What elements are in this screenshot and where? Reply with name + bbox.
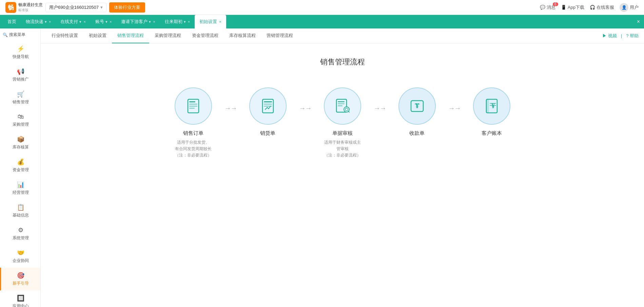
order-icon (184, 97, 202, 115)
step-circle-delivery[interactable] (249, 87, 287, 125)
service-icon: 🎧 (590, 5, 595, 10)
flow-step-delivery: 销货单 (241, 87, 295, 139)
arrow-4: →→ (444, 87, 465, 112)
close-icon[interactable]: × (49, 20, 51, 24)
svg-rect-2 (189, 104, 197, 105)
sidebar-item-purchase[interactable]: 🛍 采购管理 (0, 109, 40, 131)
delivery-icon (259, 97, 277, 115)
svg-text:¥: ¥ (415, 102, 419, 109)
sales-icon: 🛒 (17, 90, 24, 98)
main-layout: 🔍 搜索菜单 ⚡ 快捷导航 📢 营销推广 🛒 销售管理 🛍 采购管理 📦 库存核… (0, 28, 644, 307)
sub-tab-sales-flow[interactable]: 销售管理流程 (112, 28, 149, 43)
sub-tab-industry[interactable]: 行业特性设置 (46, 28, 83, 43)
user-avatar-button[interactable]: 👤 用户 (620, 3, 639, 12)
sub-tabs: 行业特性设置 初始设置 销售管理流程 采购管理流程 资金管理流程 库存核算流程 … (41, 28, 644, 43)
svg-rect-4 (189, 108, 195, 109)
sidebar-item-app-center[interactable]: 🔲 应用中心 (0, 290, 40, 307)
close-icon[interactable]: × (110, 20, 112, 24)
app-download-button[interactable]: 📱 App下载 (561, 4, 584, 11)
svg-text:¥: ¥ (491, 103, 494, 109)
chevron-down-icon: ▾ (105, 20, 108, 24)
nav-tab-home[interactable]: 首页 (3, 15, 21, 28)
step-circle-order[interactable] (175, 87, 212, 125)
nav-tab-account[interactable]: 账号 ▾ × (91, 15, 116, 28)
sub-tab-purchase-flow[interactable]: 采购管理流程 (149, 28, 187, 43)
logo-area: 畅 畅康通好生意 标准版 (5, 2, 43, 13)
svg-rect-6 (264, 101, 272, 102)
sidebar-item-enterprise[interactable]: 🤝 企业协同 (0, 245, 40, 268)
nav-tabs: 首页 物流快递 ▾ × 在线支付 ▾ × 账号 ▾ × 邀请下游客户 ▾ × 往… (0, 15, 644, 28)
header-left: 畅 畅康通好生意 标准版 用户690企业1660120507 ▾ 体验行业方案 (5, 2, 145, 13)
help-icon: ? (626, 33, 628, 38)
message-icon: 💬 (540, 5, 545, 10)
operations-icon: 📊 (17, 181, 24, 188)
flow-step-review: 单据审核 适用于财务审核或主管审核（注：非必要流程） (315, 87, 370, 159)
flow-step-payment: ¥ 收款单 (390, 87, 444, 139)
chevron-down-icon: ▾ (79, 20, 81, 24)
process-content: 销售管理流程 销售订单 适用于分批发货、有合同发货周期较长（ (41, 43, 644, 307)
quick-nav-icon: ⚡ (17, 45, 24, 53)
purchase-icon: 🛍 (18, 113, 24, 120)
step-desc-review: 适用于财务审核或主管审核（注：非必要流程） (324, 139, 361, 159)
content-area: 行业特性设置 初始设置 销售管理流程 采购管理流程 资金管理流程 库存核算流程 … (41, 28, 644, 307)
svg-line-15 (348, 111, 349, 112)
process-title: 销售管理流程 (320, 57, 365, 67)
arrow-2: →→ (295, 87, 315, 112)
nav-tab-logistics[interactable]: 物流快递 ▾ × (21, 15, 56, 28)
step-circle-ledger[interactable]: ¥ (473, 87, 510, 125)
close-icon[interactable]: × (219, 20, 221, 24)
top-header: 畅 畅康通好生意 标准版 用户690企业1660120507 ▾ 体验行业方案 … (0, 0, 644, 15)
sidebar-item-operations[interactable]: 📊 经营管理 (0, 177, 40, 200)
video-link[interactable]: ▶ 视频 (602, 33, 617, 39)
sidebar-item-system[interactable]: ⚙ 系统管理 (0, 222, 40, 245)
sidebar-item-sales[interactable]: 🛒 销售管理 (0, 86, 40, 109)
nav-tab-payment[interactable]: 在线支付 ▾ × (56, 15, 90, 28)
sidebar-item-base-info[interactable]: 📋 基础信息 (0, 200, 40, 222)
svg-rect-1 (189, 101, 195, 102)
nav-tab-initial-setup[interactable]: 初始设置 × (195, 15, 226, 28)
sidebar-item-inventory[interactable]: 📦 库存核算 (0, 131, 40, 154)
logo-text: 畅康通好生意 标准版 (18, 2, 43, 12)
close-icon[interactable]: × (83, 20, 85, 24)
step-desc-order: 适用于分批发货、有合同发货周期较长（注：非必要流程） (175, 139, 212, 159)
user-selector[interactable]: 用户690企业1660120507 ▾ (45, 3, 106, 12)
marketing-icon: 📢 (17, 68, 24, 75)
app-icon: 📱 (561, 5, 566, 10)
step-circle-payment[interactable]: ¥ (398, 87, 436, 125)
sidebar-item-marketing[interactable]: 📢 营销推广 (0, 64, 40, 86)
finance-icon: 💰 (17, 158, 24, 166)
help-link[interactable]: ? 帮助 (626, 33, 639, 39)
close-icon[interactable]: × (153, 20, 155, 24)
flow-step-ledger: ¥ 客户账本 (465, 87, 519, 139)
sub-tab-inventory-flow[interactable]: 库存核算流程 (224, 28, 261, 43)
sub-tab-right: ▶ 视频 | ? 帮助 (602, 33, 639, 39)
online-service-button[interactable]: 🎧 在线客服 (590, 4, 614, 11)
trial-button[interactable]: 体验行业方案 (109, 2, 145, 13)
nav-close-button[interactable]: × (637, 19, 640, 25)
sidebar: 🔍 搜索菜单 ⚡ 快捷导航 📢 营销推广 🛒 销售管理 🛍 采购管理 📦 库存核… (0, 28, 41, 307)
chevron-down-icon: ▾ (184, 20, 186, 24)
sidebar-item-guide[interactable]: 🎯 新手引导 (0, 268, 40, 290)
guide-icon: 🎯 (17, 272, 24, 279)
nav-tab-period[interactable]: 往来期初 ▾ × (160, 15, 195, 28)
sub-tab-initial[interactable]: 初始设置 (83, 28, 112, 43)
step-circle-review[interactable] (324, 87, 361, 125)
step-name-order: 销售订单 (183, 130, 203, 137)
message-button[interactable]: 💬 消息 6 (540, 4, 555, 11)
logo-icon: 畅 (5, 2, 16, 13)
search-menu-button[interactable]: 🔍 搜索菜单 (0, 28, 40, 41)
sub-tab-finance-flow[interactable]: 资金管理流程 (187, 28, 224, 43)
step-name-delivery: 销货单 (260, 130, 275, 137)
svg-rect-12 (338, 105, 343, 106)
play-icon: ▶ (602, 33, 607, 38)
system-icon: ⚙ (18, 226, 23, 234)
svg-rect-3 (189, 106, 197, 107)
svg-rect-7 (264, 104, 272, 105)
close-icon[interactable]: × (188, 20, 190, 24)
sidebar-item-quick-nav[interactable]: ⚡ 快捷导航 (0, 41, 40, 64)
sub-tab-marketing-flow[interactable]: 营销管理流程 (261, 28, 298, 43)
ledger-icon: ¥ (483, 97, 501, 115)
nav-tab-invite[interactable]: 邀请下游客户 ▾ × (116, 15, 160, 28)
step-name-payment: 收款单 (409, 130, 425, 137)
sidebar-item-finance[interactable]: 💰 资金管理 (0, 154, 40, 177)
